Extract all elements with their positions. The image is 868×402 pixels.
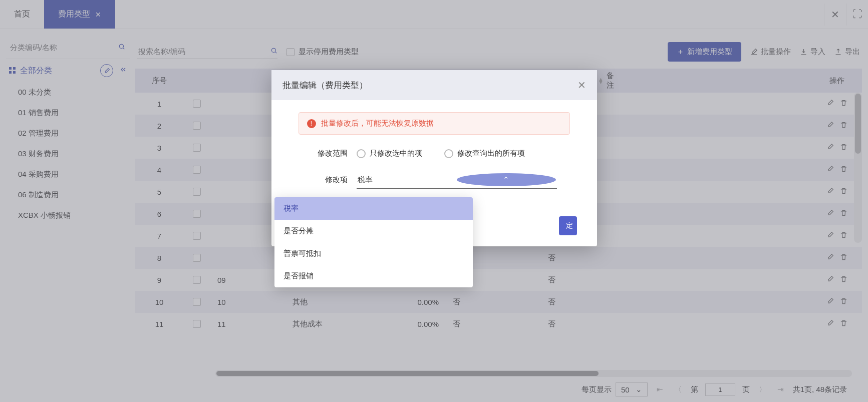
radio-icon <box>357 149 366 158</box>
field-dropdown: 税率 是否分摊 普票可抵扣 是否报销 <box>274 197 473 287</box>
close-icon[interactable]: ✕ <box>577 79 586 91</box>
warning-icon: ! <box>307 119 316 128</box>
dropdown-option[interactable]: 是否报销 <box>274 265 473 287</box>
dropdown-option[interactable]: 税率 <box>274 197 473 220</box>
dropdown-option[interactable]: 是否分摊 <box>274 220 473 242</box>
chevron-up-icon: ⌃ <box>457 173 556 186</box>
modal-title: 批量编辑（费用类型） <box>282 80 368 91</box>
scope-selected-radio[interactable]: 只修改选中的项 <box>357 149 422 158</box>
warning-banner: ! 批量修改后，可能无法恢复原数据 <box>299 112 570 135</box>
field-label: 修改项 <box>313 175 348 185</box>
scope-label: 修改范围 <box>313 149 348 158</box>
confirm-button[interactable]: 定 <box>559 216 577 235</box>
field-select[interactable]: 税率 ⌃ <box>357 171 557 189</box>
scope-all-radio[interactable]: 修改查询出的所有项 <box>444 149 525 158</box>
modal-header: 批量编辑（费用类型） ✕ <box>271 70 597 100</box>
dropdown-option[interactable]: 普票可抵扣 <box>274 242 473 265</box>
radio-icon <box>444 149 453 158</box>
warning-text: 批量修改后，可能无法恢复原数据 <box>321 119 434 128</box>
field-value: 税率 <box>358 175 457 185</box>
